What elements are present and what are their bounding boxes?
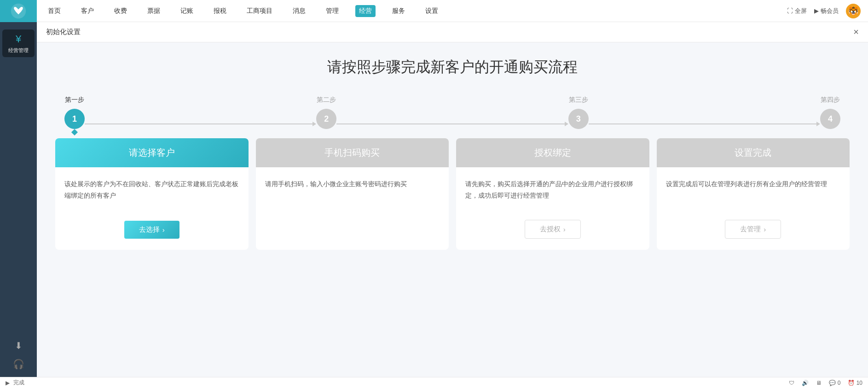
- headset-icon: 🎧: [13, 359, 24, 369]
- card-1-button[interactable]: 去选择 ›: [124, 221, 179, 239]
- breadcrumb-bar: 初始化设置 ×: [37, 22, 868, 42]
- card-3-header: 授权绑定: [456, 138, 649, 167]
- nav-right-area: ⛶ 全屏 ▶ 畅会员 🐯: [787, 4, 861, 18]
- member-button[interactable]: ▶ 畅会员: [814, 7, 839, 15]
- nav-settings[interactable]: 设置: [422, 5, 442, 17]
- card-4-header: 设置完成: [657, 138, 850, 167]
- card-2-footer: [256, 231, 449, 250]
- nav-service[interactable]: 服务: [388, 5, 409, 17]
- shield-icon: 🛡: [789, 380, 794, 386]
- nav-menu: 首页 客户 收费 票据 记账 报税 工商项目 消息 管理 经营 服务 设置: [44, 5, 787, 17]
- step-1-label: 第一步: [65, 96, 84, 104]
- sidebar-item-operation[interactable]: ¥ 经营管理: [2, 29, 35, 57]
- sidebar-bottom: ⬇ 🎧: [13, 340, 24, 377]
- card-2-body: 请用手机扫码，输入小微企业主账号密码进行购买: [256, 167, 449, 231]
- close-button[interactable]: ×: [853, 27, 859, 37]
- volume-icon: 🔊: [802, 380, 809, 386]
- card-1-footer: 去选择 ›: [55, 213, 249, 250]
- screen-icon: 🖥: [816, 380, 822, 386]
- main-title: 请按照步骤完成新客户的开通购买流程: [55, 57, 850, 77]
- card-3-footer: 去授权 ›: [456, 212, 649, 250]
- headset-button[interactable]: 🎧: [13, 359, 24, 370]
- page-title: 初始化设置: [46, 28, 81, 36]
- card-4-body: 设置完成后可以在管理列表进行所有企业用户的经营管理: [657, 167, 850, 212]
- top-navigation: 首页 客户 收费 票据 记账 报税 工商项目 消息 管理 经营 服务 设置 ⛶ …: [37, 0, 868, 22]
- step-2: 第二步 2: [316, 96, 336, 129]
- step-3-circle: 3: [568, 109, 589, 129]
- card-4-arrow-icon: ›: [764, 225, 766, 233]
- connector-2-3: [336, 122, 568, 126]
- chat-icon: 💬 0: [829, 380, 840, 386]
- card-3-button[interactable]: 去授权 ›: [525, 220, 581, 239]
- step-2-circle: 2: [316, 109, 336, 129]
- card-4-button[interactable]: 去管理 ›: [725, 220, 781, 239]
- step-3-label: 第三步: [569, 96, 588, 104]
- step-4-label: 第四步: [821, 96, 840, 104]
- step-1-circle: 1: [64, 109, 85, 129]
- step-3: 第三步 3: [568, 96, 589, 129]
- status-bar: ▶ 完成 🛡 🔊 🖥 💬 0 ⏰ 10: [0, 377, 868, 388]
- svg-point-1: [17, 10, 19, 12]
- yuan-icon: ¥: [16, 33, 21, 45]
- card-2-header: 手机扫码购买: [256, 138, 449, 167]
- card-2: 手机扫码购买 请用手机扫码，输入小微企业主账号密码进行购买: [256, 138, 449, 250]
- nav-fee[interactable]: 收费: [110, 5, 131, 17]
- card-3-arrow-icon: ›: [563, 225, 566, 233]
- clock-icon: ⏰ 10: [848, 380, 862, 386]
- nav-tax[interactable]: 报税: [210, 5, 230, 17]
- play-status-icon: ▶: [6, 380, 10, 386]
- connector-1-2: [85, 122, 316, 126]
- nav-operation[interactable]: 经营: [355, 5, 376, 17]
- app-logo: [0, 0, 37, 22]
- nav-manage[interactable]: 管理: [322, 5, 342, 17]
- fullscreen-icon: ⛶: [787, 7, 793, 14]
- cards-container: 请选择客户 该处展示的客户为不在回收站、客户状态正常建账后完成老板端绑定的所有客…: [55, 138, 850, 250]
- step-4: 第四步 4: [820, 96, 840, 129]
- card-3-body: 请先购买，购买后选择开通的产品中的企业用户进行授权绑定，成功后即可进行经营管理: [456, 167, 649, 212]
- status-bar-right: 🛡 🔊 🖥 💬 0 ⏰ 10: [789, 380, 862, 386]
- fullscreen-button[interactable]: ⛶ 全屏: [787, 7, 807, 15]
- nav-bookkeeping[interactable]: 记账: [177, 5, 197, 17]
- card-1: 请选择客户 该处展示的客户为不在回收站、客户状态正常建账后完成老板端绑定的所有客…: [55, 138, 249, 250]
- nav-message[interactable]: 消息: [289, 5, 309, 17]
- main-content: 初始化设置 × 请按照步骤完成新客户的开通购买流程 第一步 1: [37, 22, 868, 377]
- card-1-arrow-icon: ›: [162, 226, 165, 234]
- left-sidebar: ¥ 经营管理 ⬇ 🎧: [0, 22, 37, 377]
- user-avatar[interactable]: 🐯: [846, 4, 861, 18]
- download-icon: ⬇: [15, 341, 23, 351]
- card-1-header: 请选择客户: [55, 138, 249, 167]
- status-text: 完成: [13, 379, 24, 387]
- card-1-body: 该处展示的客户为不在回收站、客户状态正常建账后完成老板端绑定的所有客户: [55, 167, 249, 213]
- nav-customer[interactable]: 客户: [77, 5, 98, 17]
- steps-row: 第一步 1 第二步 2: [55, 96, 850, 129]
- card-3: 授权绑定 请先购买，购买后选择开通的产品中的企业用户进行授权绑定，成功后即可进行…: [456, 138, 649, 250]
- connector-3-4: [589, 122, 820, 126]
- download-button[interactable]: ⬇: [15, 340, 23, 351]
- step-4-circle: 4: [820, 109, 840, 129]
- nav-business[interactable]: 工商项目: [243, 5, 276, 17]
- play-icon: ▶: [814, 7, 819, 14]
- content-area: 请按照步骤完成新客户的开通购买流程 第一步 1 第二步 2: [37, 42, 868, 265]
- card-4: 设置完成 设置完成后可以在管理列表进行所有企业用户的经营管理 去管理 ›: [657, 138, 850, 250]
- nav-invoice[interactable]: 票据: [144, 5, 164, 17]
- step-1: 第一步 1: [64, 96, 85, 129]
- card-4-footer: 去管理 ›: [657, 212, 850, 250]
- nav-home[interactable]: 首页: [44, 5, 64, 17]
- step-2-label: 第二步: [317, 96, 336, 104]
